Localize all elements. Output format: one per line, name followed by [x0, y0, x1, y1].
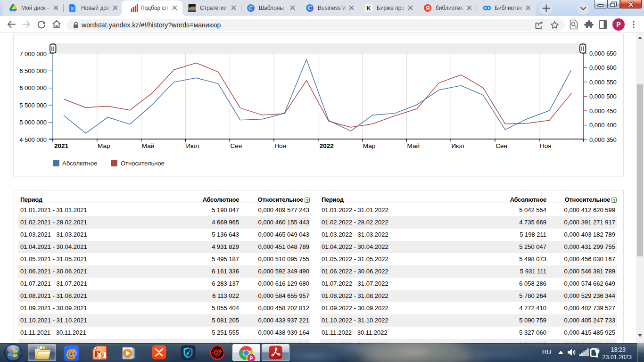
- svg-text:0,000 450: 0,000 450: [589, 107, 617, 115]
- svg-text:6 500 000: 6 500 000: [19, 67, 47, 74]
- svg-text:Май: Май: [407, 142, 420, 149]
- svg-text:Я: Я: [426, 5, 429, 11]
- svg-text:Абсолютное: Абсолютное: [62, 160, 97, 167]
- svg-text:K: K: [366, 5, 371, 12]
- svg-text:5 000 000: 5 000 000: [19, 119, 47, 126]
- svg-text:2022: 2022: [320, 142, 334, 149]
- svg-text:0,000 600: 0,000 600: [589, 64, 617, 71]
- svg-text:4 500 000: 4 500 000: [19, 136, 47, 143]
- svg-text:Июл: Июл: [186, 142, 199, 149]
- svg-text:Ноя: Ноя: [274, 142, 286, 149]
- svg-text:Мар: Мар: [363, 142, 375, 149]
- svg-text:Сен: Сен: [495, 142, 507, 149]
- svg-text:6 000 000: 6 000 000: [19, 84, 47, 91]
- svg-text:0,000 550: 0,000 550: [589, 79, 617, 86]
- svg-text:C: C: [308, 5, 312, 11]
- svg-text:5 500 000: 5 500 000: [19, 102, 47, 109]
- svg-text:C: C: [249, 5, 253, 11]
- svg-text:Относительное: Относительное: [121, 160, 165, 167]
- svg-text:Мар: Мар: [98, 142, 110, 149]
- svg-text:7 000 000: 7 000 000: [19, 50, 47, 58]
- svg-text:0,000 400: 0,000 400: [589, 122, 617, 129]
- svg-text:Июл: Июл: [451, 142, 464, 149]
- svg-text:Сен: Сен: [230, 142, 242, 149]
- svg-text:Май: Май: [142, 142, 154, 149]
- svg-text:0,000 350: 0,000 350: [589, 136, 617, 143]
- svg-text:2021: 2021: [54, 142, 69, 149]
- svg-text:P: P: [249, 355, 253, 361]
- svg-text:0,000 500: 0,000 500: [589, 93, 617, 100]
- svg-text:@: @: [66, 347, 77, 360]
- svg-text:0,000 650: 0,000 650: [589, 50, 617, 57]
- svg-text:Ноя: Ноя: [540, 142, 552, 149]
